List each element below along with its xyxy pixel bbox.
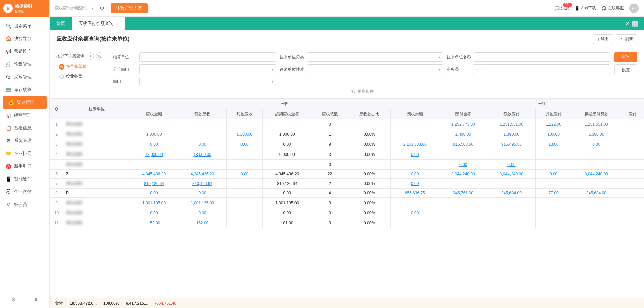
sidebar-item-search[interactable]: 🔍搜索菜单 bbox=[0, 19, 49, 32]
sidebar-item-inventory[interactable]: 🏢库存核算 bbox=[0, 83, 49, 96]
message-btn[interactable]: 💬 消息 99+ bbox=[555, 5, 569, 11]
cell-link[interactable]: 18,000.00 bbox=[130, 149, 178, 160]
cell-link[interactable]: 345,684.00 bbox=[572, 189, 621, 198]
sidebar-item-marketing[interactable]: 📢营销推广 bbox=[0, 45, 49, 58]
cell-empty bbox=[226, 160, 263, 170]
app-download-btn[interactable]: 📱 App下载 bbox=[575, 5, 596, 11]
cell-link[interactable]: 3,044,240.00 bbox=[572, 170, 621, 179]
th-gear[interactable]: ⚙ bbox=[50, 99, 63, 119]
filter-settlement-input[interactable]: ··· bbox=[139, 52, 277, 62]
tab-expand-icon[interactable]: ⬜ bbox=[632, 20, 639, 27]
sidebar-item-system[interactable]: ⚙系统管理 bbox=[0, 134, 49, 147]
table-wrapper[interactable]: ⚙ 往来单位 应收 应付 应收金额 贷款应收 其他应收 超期应收金额 应收笔数 bbox=[50, 99, 644, 298]
sidebar-item-basic[interactable]: 📋基础信息 bbox=[0, 122, 49, 134]
cell-link[interactable]: 0.00 bbox=[487, 160, 536, 170]
cell-link[interactable]: 1,390.00 bbox=[572, 129, 621, 139]
cell-link[interactable]: 1,251,551.00 bbox=[572, 119, 621, 129]
cell-link[interactable]: 1,001,135.00 bbox=[178, 198, 226, 208]
cell-link[interactable]: 152.00 bbox=[178, 218, 226, 228]
cell-link[interactable]: 1,251,551.00 bbox=[487, 119, 536, 129]
filter-add-btn[interactable]: + bbox=[87, 52, 94, 60]
sidebar-item-wechat[interactable]: 💬企业微信 bbox=[0, 185, 49, 198]
cell-link[interactable]: 4,345,436.20 bbox=[178, 170, 226, 179]
industry-btn[interactable]: 体验行业方案 bbox=[111, 3, 148, 13]
cell-empty bbox=[487, 218, 536, 228]
sidebar-item-management[interactable]: 📊经营管理 bbox=[0, 109, 49, 122]
filter-collapse-btn[interactable]: « bbox=[105, 54, 108, 58]
tab-home[interactable]: 首页 bbox=[50, 17, 72, 30]
cell-link[interactable]: 1,000.00 bbox=[226, 129, 263, 139]
cell-link[interactable]: 1,001,135.00 bbox=[130, 198, 178, 208]
cell-link[interactable]: 4,345,436.20 bbox=[130, 170, 178, 179]
filter-partner-category-input[interactable]: ▾ bbox=[307, 52, 443, 62]
sidebar-item-sales[interactable]: 🛒销售管理 bbox=[0, 58, 49, 71]
cell-link[interactable]: 0.00 bbox=[130, 208, 178, 218]
cell-link[interactable]: 1,252,773.00 bbox=[439, 119, 487, 129]
cell-link[interactable]: 3,044,240.00 bbox=[487, 170, 536, 179]
pause-bottom-btn[interactable]: ⏸ bbox=[26, 294, 46, 305]
cell-link[interactable]: 1,490.00 bbox=[439, 129, 487, 139]
cell-link[interactable]: 0.00 bbox=[391, 149, 439, 160]
tab-close-icon[interactable]: ✕ bbox=[115, 21, 119, 26]
sidebar-item-shortcut[interactable]: 🏠快捷导航 bbox=[0, 32, 49, 45]
cell-link[interactable]: 13.00 bbox=[536, 139, 572, 149]
sidebar-item-guide[interactable]: 🎯新手引导 bbox=[0, 160, 49, 173]
sidebar-item-purchase[interactable]: 🛍采购管理 bbox=[0, 71, 49, 83]
cell-link[interactable]: 655,636.75 bbox=[391, 189, 439, 198]
cell-link[interactable]: 0.00 bbox=[130, 189, 178, 198]
sidebar-item-hardware[interactable]: 📱智能硬件 bbox=[0, 173, 49, 185]
sidebar-item-vip[interactable]: V畅会员 bbox=[0, 198, 49, 211]
filter-dept-label: 分管部门 bbox=[113, 67, 137, 72]
sidebar-item-finance[interactable]: 💰资金管理 bbox=[3, 96, 47, 109]
filter-partner-nature-input[interactable]: ▾ bbox=[307, 64, 443, 74]
filter-nav-by-employee[interactable]: 按业务员 bbox=[56, 72, 108, 81]
refresh-btn[interactable]: ↻ 刷新 bbox=[616, 34, 637, 44]
collapse-more-btn[interactable]: 收起更多条件 bbox=[350, 89, 374, 94]
cell-link[interactable]: 1,222.00 bbox=[536, 119, 572, 129]
settings-btn[interactable]: 设置 bbox=[614, 64, 637, 75]
cell-link[interactable]: 2,153,333.00 bbox=[391, 139, 439, 149]
export-btn[interactable]: ↑ 导出 bbox=[593, 34, 613, 44]
cell-link[interactable]: 0.00 bbox=[572, 139, 621, 149]
cell-link[interactable]: 77.00 bbox=[536, 189, 572, 198]
filter-dept-input[interactable]: ▾ bbox=[139, 64, 277, 74]
tab-ar-ap[interactable]: 应收应付余额查询 ✕ bbox=[72, 17, 125, 30]
cell-link[interactable]: 0.00 bbox=[178, 139, 226, 149]
cell-link[interactable]: 345,684.00 bbox=[487, 189, 536, 198]
cell-link[interactable]: 100.00 bbox=[536, 129, 572, 139]
user-profile[interactable]: Rit bbox=[629, 4, 639, 13]
tab-close-all-icon[interactable]: ✕ bbox=[625, 20, 629, 27]
cell-link[interactable]: 1,000.00 bbox=[130, 129, 178, 139]
filter-partner-name-input[interactable] bbox=[474, 52, 610, 62]
cell-link[interactable]: 3,044,240.00 bbox=[439, 170, 487, 179]
cell-link[interactable]: 0.00 bbox=[226, 170, 263, 179]
cell-link[interactable]: 1,390.00 bbox=[487, 129, 536, 139]
cell-ar-count: 3 bbox=[312, 218, 348, 228]
cell-link[interactable]: 810,126.64 bbox=[130, 179, 178, 189]
cell-link[interactable]: 0.00 bbox=[439, 160, 487, 170]
cell-link[interactable]: 0.00 bbox=[130, 139, 178, 149]
cell-link[interactable]: 0.00 bbox=[536, 170, 572, 179]
filter-nav-by-partner[interactable]: W 按往来单位 bbox=[56, 62, 108, 71]
filter-schema-btn[interactable]: ◎ bbox=[96, 52, 103, 60]
sidebar-item-cooperation[interactable]: 🤝企业协同 bbox=[0, 147, 49, 160]
settings-bottom-btn[interactable]: ⚙ bbox=[3, 294, 23, 305]
cell-link[interactable]: 0.00 bbox=[391, 208, 439, 218]
cell-link[interactable]: 152.00 bbox=[130, 218, 178, 228]
cell-link[interactable]: 18,000.00 bbox=[178, 149, 226, 160]
cell-link[interactable]: 915,508.56 bbox=[439, 139, 487, 149]
cell-link[interactable]: 810,126.64 bbox=[178, 179, 226, 189]
cell-link[interactable]: 915,495.56 bbox=[487, 139, 536, 149]
filter-department-input[interactable]: ▾ bbox=[139, 77, 277, 86]
cell-link[interactable]: 0.00 bbox=[178, 189, 226, 198]
filter-salesperson-input[interactable]: ··· bbox=[473, 64, 610, 74]
cell-link[interactable]: 0.00 bbox=[226, 139, 263, 149]
topbar-gear-icon[interactable]: ⚙ bbox=[97, 4, 107, 13]
cell-link[interactable]: 0.00 bbox=[178, 208, 226, 218]
cell-link[interactable]: 345,761.00 bbox=[439, 189, 487, 198]
breadcrumb-chevron-icon[interactable]: ▾ bbox=[91, 6, 93, 11]
cell-link[interactable]: 0.00 bbox=[391, 170, 439, 179]
cell-link[interactable]: 0.00 bbox=[391, 179, 439, 189]
query-btn[interactable]: 查询 bbox=[614, 52, 637, 62]
service-btn[interactable]: 🎧 在线客服 bbox=[601, 5, 624, 11]
